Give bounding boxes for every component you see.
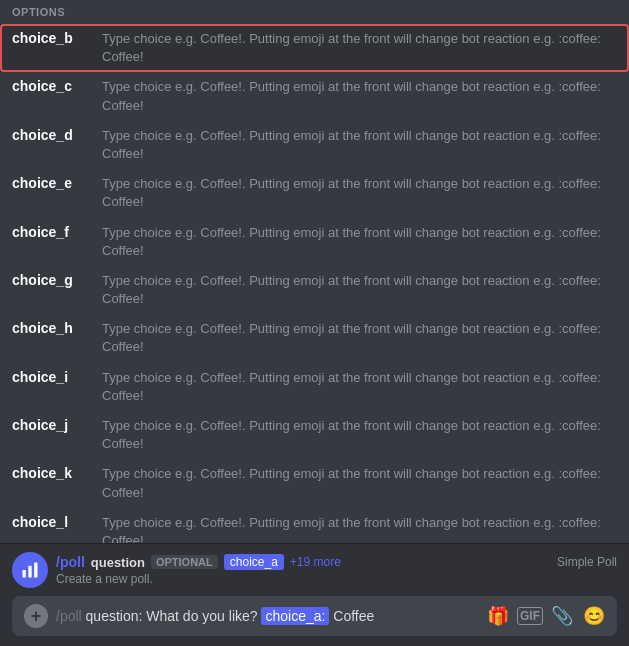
attachment-button[interactable]: 📎: [551, 605, 573, 627]
choice-hint-choice_f: Type choice e.g. Coffee!. Putting emoji …: [102, 224, 617, 260]
options-header: OPTIONS: [0, 0, 629, 22]
choice-hint-choice_l: Type choice e.g. Coffee!. Putting emoji …: [102, 514, 617, 543]
choice-label-choice_i: choice_i: [12, 369, 102, 385]
gift-button[interactable]: 🎁: [487, 605, 509, 627]
right-label: Simple Poll: [557, 555, 617, 569]
choice-hint-choice_d: Type choice e.g. Coffee!. Putting emoji …: [102, 127, 617, 163]
choice-row-choice_d[interactable]: choice_dType choice e.g. Coffee!. Puttin…: [0, 121, 629, 169]
choice-label-choice_g: choice_g: [12, 272, 102, 288]
choice-row-choice_e[interactable]: choice_eType choice e.g. Coffee!. Puttin…: [0, 169, 629, 217]
add-button[interactable]: +: [24, 604, 48, 628]
svg-rect-0: [23, 570, 26, 578]
autocomplete-info: /poll question OPTIONAL choice_a +19 mor…: [56, 554, 617, 586]
choice-label-choice_c: choice_c: [12, 78, 102, 94]
choice-label-choice_h: choice_h: [12, 320, 102, 336]
bar-chart-icon: [20, 560, 40, 580]
choice-label-choice_b: choice_b: [12, 30, 102, 46]
svg-rect-2: [34, 563, 37, 578]
command-tag: question: [91, 555, 145, 570]
optional-label: OPTIONAL: [151, 555, 218, 569]
choice-row-choice_i[interactable]: choice_iType choice e.g. Coffee!. Puttin…: [0, 363, 629, 411]
input-choice-value: Coffee: [333, 608, 374, 624]
choice-hint-choice_h: Type choice e.g. Coffee!. Putting emoji …: [102, 320, 617, 356]
choice-label-choice_e: choice_e: [12, 175, 102, 191]
slash-tag: /poll: [56, 554, 85, 570]
param-tag: choice_a: [224, 554, 284, 570]
emoji-icon: 😊: [583, 605, 605, 627]
input-slash: /poll: [56, 608, 82, 624]
choice-row-choice_k[interactable]: choice_kType choice e.g. Coffee!. Puttin…: [0, 459, 629, 507]
autocomplete-tags: /poll question OPTIONAL choice_a +19 mor…: [56, 554, 617, 570]
choice-label-choice_f: choice_f: [12, 224, 102, 240]
gif-button[interactable]: GIF: [519, 605, 541, 627]
choice-row-choice_j[interactable]: choice_jType choice e.g. Coffee!. Puttin…: [0, 411, 629, 459]
choice-label-choice_j: choice_j: [12, 417, 102, 433]
choice-hint-choice_c: Type choice e.g. Coffee!. Putting emoji …: [102, 78, 617, 114]
choice-row-choice_g[interactable]: choice_gType choice e.g. Coffee!. Puttin…: [0, 266, 629, 314]
choice-row-choice_b[interactable]: choice_bType choice e.g. Coffee!. Puttin…: [0, 24, 629, 72]
svg-rect-1: [28, 566, 31, 578]
choice-hint-choice_g: Type choice e.g. Coffee!. Putting emoji …: [102, 272, 617, 308]
choices-list: choice_bType choice e.g. Coffee!. Puttin…: [0, 22, 629, 543]
choice-row-choice_c[interactable]: choice_cType choice e.g. Coffee!. Puttin…: [0, 72, 629, 120]
bottom-panel: /poll question OPTIONAL choice_a +19 mor…: [0, 543, 629, 646]
choice-row-choice_l[interactable]: choice_lType choice e.g. Coffee!. Puttin…: [0, 508, 629, 543]
choice-row-choice_h[interactable]: choice_hType choice e.g. Coffee!. Puttin…: [0, 314, 629, 362]
poll-icon: [12, 552, 48, 588]
autocomplete-description: Create a new poll.: [56, 572, 617, 586]
choice-label-choice_d: choice_d: [12, 127, 102, 143]
choice-hint-choice_i: Type choice e.g. Coffee!. Putting emoji …: [102, 369, 617, 405]
choice-label-choice_k: choice_k: [12, 465, 102, 481]
input-icons: 🎁 GIF 📎 😊: [487, 605, 605, 627]
input-question-value: What do you like?: [146, 608, 257, 624]
input-text[interactable]: /poll question: What do you like? choice…: [56, 607, 479, 625]
input-bar: + /poll question: What do you like? choi…: [12, 596, 617, 636]
gif-icon: GIF: [517, 607, 543, 625]
emoji-button[interactable]: 😊: [583, 605, 605, 627]
input-question-label: question:: [86, 608, 143, 624]
attachment-icon: 📎: [551, 605, 573, 627]
choice-hint-choice_j: Type choice e.g. Coffee!. Putting emoji …: [102, 417, 617, 453]
choice-row-choice_f[interactable]: choice_fType choice e.g. Coffee!. Puttin…: [0, 218, 629, 266]
input-choice-label: choice_a:: [261, 607, 329, 625]
choice-hint-choice_b: Type choice e.g. Coffee!. Putting emoji …: [102, 30, 617, 66]
choice-hint-choice_e: Type choice e.g. Coffee!. Putting emoji …: [102, 175, 617, 211]
autocomplete-bar: /poll question OPTIONAL choice_a +19 mor…: [0, 544, 629, 596]
more-tag: +19 more: [290, 555, 341, 569]
gift-icon: 🎁: [487, 605, 509, 627]
choice-hint-choice_k: Type choice e.g. Coffee!. Putting emoji …: [102, 465, 617, 501]
choice-label-choice_l: choice_l: [12, 514, 102, 530]
